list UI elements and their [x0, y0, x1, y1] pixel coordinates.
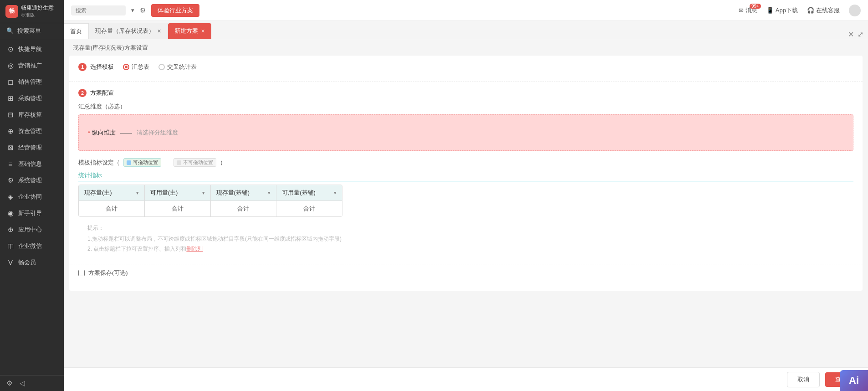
sidebar-item-app-center[interactable]: ⊕ 应用中心	[0, 221, 64, 238]
metric-sep	[165, 159, 170, 166]
tip-delete-link[interactable]: 删除列	[186, 246, 203, 252]
stats-header-cell-1[interactable]: 可用量(主) ▾	[145, 185, 211, 201]
inventory-icon: ⊟	[6, 111, 15, 119]
ai-badge[interactable]: Ai	[840, 370, 868, 391]
sidebar-item-label: 基础信息	[18, 160, 42, 168]
expand-icon[interactable]: ⤢	[858, 30, 863, 39]
tab-home-label: 首页	[70, 27, 82, 36]
sidebar-item-member[interactable]: V 畅会员	[0, 254, 64, 271]
sidebar-item-cooperation[interactable]: ◈ 企业协同	[0, 189, 64, 205]
metric-label-prefix: 模板指标设定（	[78, 159, 120, 167]
step2-number: 2	[78, 89, 87, 97]
chevron-icon-3: ▾	[334, 190, 337, 196]
message-icon: ✉	[739, 7, 744, 14]
radio-cross[interactable]: 交叉统计表	[158, 63, 197, 71]
sidebar-item-purchase[interactable]: ⊞ 采购管理	[0, 90, 64, 107]
marketing-icon: ◎	[6, 62, 15, 70]
drag-color-box	[127, 160, 131, 165]
stats-body-cell-2: 合计	[211, 201, 277, 216]
metric-settings: 模板指标设定（ 可拖动位置 不可拖动位置 ）	[78, 158, 853, 217]
service-label: 在线客服	[816, 6, 840, 15]
service-icon: 🎧	[807, 7, 814, 14]
chevron-icon-0: ▾	[136, 190, 139, 196]
stats-section: 统计指标 现存量(主) ▾ 可用量(主) ▾	[78, 171, 853, 217]
header-label-0: 现存量(主)	[84, 189, 112, 197]
close-window-icon[interactable]: ✕	[848, 30, 854, 39]
operations-icon: ⊠	[6, 144, 15, 152]
tab-home[interactable]: 首页	[64, 23, 89, 39]
sidebar-item-label: 销售管理	[18, 78, 42, 86]
tabbar-controls: ✕ ⤢	[848, 30, 868, 39]
sidebar-item-label: 系统管理	[18, 176, 42, 185]
app-name: 畅康通好生意	[21, 5, 54, 12]
dim-box: * 纵向维度 —— 请选择分组维度	[78, 114, 853, 151]
cancel-button[interactable]: 取消	[787, 372, 820, 387]
quick-nav-icon: ⊙	[6, 45, 15, 53]
radio-summary[interactable]: 汇总表	[123, 63, 149, 71]
app-logo-icon: 畅	[5, 5, 18, 18]
sidebar-item-operations[interactable]: ⊠ 经营管理	[0, 139, 64, 156]
sidebar-item-inventory[interactable]: ⊟ 库存核算	[0, 107, 64, 123]
stats-header-cell-3[interactable]: 可用量(基辅) ▾	[276, 185, 342, 201]
sidebar-item-new-guide[interactable]: ◉ 新手引导	[0, 205, 64, 221]
step1-number: 1	[78, 63, 87, 71]
trial-btn[interactable]: 体验行业方案	[151, 4, 199, 17]
search-icon: 🔍	[6, 27, 14, 34]
sidebar-item-sales[interactable]: ◻ 销售管理	[0, 74, 64, 90]
topbar-search-input[interactable]	[71, 5, 126, 15]
stats-header-cell-0[interactable]: 现存量(主) ▾	[79, 185, 145, 201]
drag-badge: 可拖动位置	[123, 158, 161, 167]
stats-header-cell-2[interactable]: 现存量(基辅) ▾	[211, 185, 277, 201]
basic-info-icon: ≡	[6, 160, 15, 168]
message-btn[interactable]: ✉ 消息 99+	[739, 6, 757, 15]
tab-inventory-close[interactable]: ✕	[157, 28, 161, 34]
sidebar-item-label: 库存核算	[18, 111, 42, 119]
tab-new-plan[interactable]: 新建方案 ✕	[168, 23, 211, 39]
topbar-gear-icon[interactable]: ⚙	[140, 6, 146, 15]
chevron-icon-1: ▾	[202, 190, 205, 196]
stats-table: 现存量(主) ▾ 可用量(主) ▾ 现存量(基辅) ▾	[78, 185, 342, 217]
save-area: 方案保存(可选)	[69, 264, 863, 282]
stats-body-cell-0: 合计	[79, 201, 145, 216]
audio-icon[interactable]: ◁	[20, 379, 25, 387]
tab-new-plan-close[interactable]: ✕	[201, 28, 205, 34]
radio-cross-label: 交叉统计表	[167, 63, 197, 71]
no-drag-color-box	[177, 160, 181, 165]
sidebar-item-label: 经营管理	[18, 144, 42, 152]
main-area: ▾ ⚙ 体验行业方案 ✉ 消息 99+ 📱 App下载 🎧 在线客服 首页	[64, 0, 868, 391]
template-radio-group: 汇总表 交叉统计表	[123, 63, 197, 71]
stats-title: 统计指标	[78, 171, 853, 182]
app-icon: 📱	[766, 7, 774, 14]
tab-inventory-status[interactable]: 现存量（库存状况表） ✕	[89, 23, 168, 39]
header-label-2: 现存量(基辅)	[216, 189, 250, 197]
sidebar-item-wechat[interactable]: ◫ 企业微信	[0, 238, 64, 254]
sidebar-item-label: 快捷导航	[18, 45, 42, 53]
wechat-icon: ◫	[6, 242, 15, 250]
dim-field-name: 纵向维度	[92, 129, 116, 137]
sidebar-item-quick-nav[interactable]: ⊙ 快捷导航	[0, 41, 64, 57]
step1-header: 1 选择模板 汇总表 交叉统计表	[78, 63, 853, 71]
step1-section: 1 选择模板 汇总表 交叉统计表	[69, 56, 863, 82]
sidebar-search[interactable]: 🔍 搜索菜单	[0, 23, 64, 39]
sidebar-item-marketing[interactable]: ◎ 营销推广	[0, 57, 64, 74]
settings-icon[interactable]: ⚙	[6, 379, 12, 387]
sidebar-item-finance[interactable]: ⊕ 资金管理	[0, 123, 64, 139]
dropdown-icon[interactable]: ▾	[131, 7, 134, 14]
app-edition: 标准版	[21, 12, 54, 18]
radio-summary-label: 汇总表	[132, 63, 149, 71]
topbar-right: ✉ 消息 99+ 📱 App下载 🎧 在线客服	[739, 5, 861, 16]
radio-summary-dot	[123, 64, 129, 70]
app-download-btn[interactable]: 📱 App下载	[766, 6, 798, 15]
stats-header-row: 现存量(主) ▾ 可用量(主) ▾ 现存量(基辅) ▾	[79, 185, 342, 201]
sidebar-item-system[interactable]: ⚙ 系统管理	[0, 172, 64, 189]
user-avatar[interactable]	[849, 5, 861, 16]
sidebar: 畅 畅康通好生意 标准版 🔍 搜索菜单 ⊙ 快捷导航 ◎ 营销推广 ◻ 销售管理…	[0, 0, 64, 391]
sidebar-item-label: 应用中心	[18, 226, 42, 234]
stats-body-row: 合计 合计 合计 合计	[79, 201, 342, 216]
service-btn[interactable]: 🎧 在线客服	[807, 6, 840, 15]
save-checkbox[interactable]	[78, 270, 85, 276]
save-label: 方案保存(可选)	[88, 269, 128, 277]
dim-placeholder[interactable]: 请选择分组维度	[137, 129, 178, 137]
sidebar-item-basic-info[interactable]: ≡ 基础信息	[0, 156, 64, 172]
stats-body-cell-3: 合计	[276, 201, 342, 216]
